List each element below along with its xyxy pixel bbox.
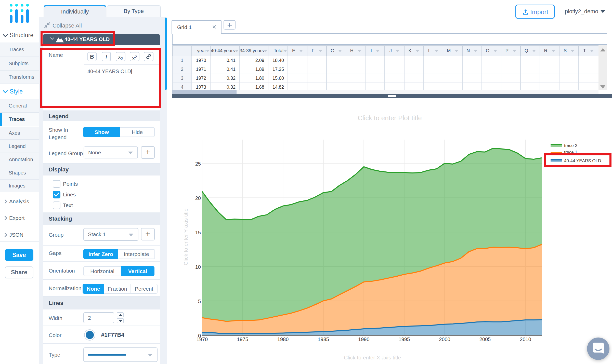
svg-text:15: 15 [195, 230, 201, 235]
svg-text:Click to enter Y axis title: Click to enter Y axis title [183, 208, 189, 265]
svg-text:1990: 1990 [358, 336, 370, 342]
svg-text:20: 20 [195, 195, 201, 201]
svg-text:2000: 2000 [439, 336, 450, 342]
svg-text:10: 10 [195, 264, 201, 270]
svg-text:25: 25 [195, 161, 201, 167]
svg-text:1970: 1970 [197, 336, 208, 342]
svg-text:1975: 1975 [237, 336, 248, 342]
svg-text:1980: 1980 [277, 336, 289, 342]
svg-text:1985: 1985 [318, 336, 329, 342]
svg-text:2010: 2010 [520, 336, 531, 342]
svg-text:Click to enter Plot title: Click to enter Plot title [358, 114, 422, 122]
svg-text:1995: 1995 [399, 336, 410, 342]
svg-text:5: 5 [198, 299, 201, 304]
svg-text:trace 2: trace 2 [564, 143, 577, 148]
svg-text:Click to enter X axis title: Click to enter X axis title [344, 355, 401, 360]
svg-text:2005: 2005 [479, 336, 491, 342]
